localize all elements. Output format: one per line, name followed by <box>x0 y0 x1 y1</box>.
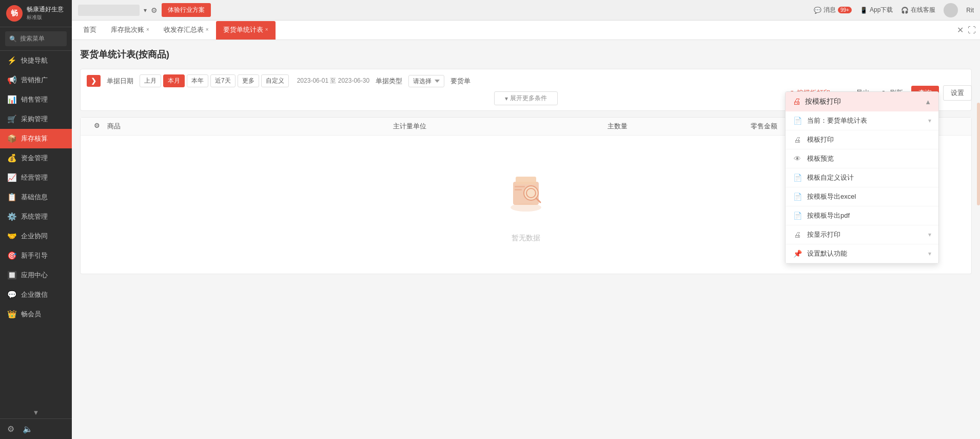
col-header-qty: 主数量 <box>607 122 751 131</box>
template-print-label: 模板打印 <box>807 135 834 144</box>
finance-icon: 💰 <box>7 154 17 163</box>
close-window-btn[interactable]: ✕ <box>957 25 964 35</box>
tab-home[interactable]: 首页 <box>76 21 104 40</box>
chevron-down-icon: ▾ <box>505 95 508 102</box>
topbar-gear-icon[interactable]: ⚙ <box>151 6 158 14</box>
sidebar-item-sales[interactable]: 📊 销售管理 <box>0 90 72 109</box>
sidebar-item-member[interactable]: 👑 畅会员 <box>0 304 72 324</box>
tab-home-label: 首页 <box>83 25 96 34</box>
template-design-icon: 📄 <box>793 174 802 182</box>
sidebar-item-inventory[interactable]: 📦 库存核算 <box>0 129 72 148</box>
headset-icon: 🎧 <box>901 7 909 14</box>
topbar-dropdown-arrow[interactable]: ▾ <box>144 7 147 14</box>
marketing-icon: 📢 <box>7 75 17 85</box>
expand-more-btn[interactable]: ▾ 展开更多条件 <box>494 91 558 105</box>
dropdown-item-set-default[interactable]: 📌 设置默认功能 ▾ <box>786 244 938 263</box>
topbar-search-input[interactable] <box>78 5 140 16</box>
sidebar-item-purchase[interactable]: 🛒 采购管理 <box>0 109 72 129</box>
svg-rect-7 <box>515 189 522 190</box>
messages-btn[interactable]: 💬 消息 99+ <box>814 6 852 14</box>
purchase-label: 采购管理 <box>21 114 48 124</box>
dropdown-item-export-excel[interactable]: 📄 按模板导出excel <box>786 187 938 206</box>
date-quick-btns: 上月 本月 本年 近7天 更多 自定义 <box>140 74 289 87</box>
date-btn-this-month[interactable]: 本月 <box>163 74 185 87</box>
guide-label: 新手引导 <box>21 251 48 260</box>
template-design-label: 模板自定义设计 <box>807 173 854 182</box>
search-icon: 🔍 <box>9 35 17 43</box>
sales-label: 销售管理 <box>21 95 48 104</box>
wechat-icon: 💬 <box>7 290 17 299</box>
dropdown-print-icon: 🖨 <box>793 97 801 106</box>
dropdown-item-export-pdf[interactable]: 📄 按模板导出pdf <box>786 206 938 225</box>
export-pdf-label: 按模板导出pdf <box>807 211 850 220</box>
sidebar-item-operations[interactable]: 📈 经营管理 <box>0 168 72 187</box>
sidebar-item-apps[interactable]: 🔲 应用中心 <box>0 265 72 285</box>
date-btn-this-year[interactable]: 本年 <box>187 74 208 87</box>
dropdown-item-display-print[interactable]: 🖨 按显示打印 ▾ <box>786 225 938 244</box>
set-default-label: 设置默认功能 <box>807 249 847 258</box>
date-btn-last-month[interactable]: 上月 <box>140 74 161 87</box>
export-excel-icon: 📄 <box>793 193 802 201</box>
dropdown-item-template-preview[interactable]: 👁 模板预览 <box>786 149 938 168</box>
tab-order-stats[interactable]: 要货单统计表 × <box>216 21 276 40</box>
date-btn-custom[interactable]: 自定义 <box>261 74 289 87</box>
sidebar-item-guide[interactable]: 🎯 新手引导 <box>0 246 72 265</box>
sidebar-item-system[interactable]: ⚙️ 系统管理 <box>0 207 72 226</box>
sidebar-item-wechat[interactable]: 💬 企业微信 <box>0 285 72 304</box>
date-range-display: 2023-06-01 至 2023-06-30 <box>297 77 369 85</box>
filter-expand-icon-btn[interactable]: ❯ <box>87 75 101 87</box>
maximize-window-btn[interactable]: ⛶ <box>968 25 976 35</box>
purchase-icon: 🛒 <box>7 114 17 124</box>
trial-btn[interactable]: 体验行业方案 <box>162 3 211 17</box>
basic-label: 基础信息 <box>21 193 48 202</box>
online-service-btn[interactable]: 🎧 在线客服 <box>901 6 935 14</box>
export-excel-label: 按模板导出excel <box>807 192 856 201</box>
audio-footer-icon[interactable]: 🔈 <box>23 424 33 434</box>
svg-rect-6 <box>515 186 525 187</box>
system-icon: ⚙️ <box>7 212 17 221</box>
app-download-icon: 📱 <box>860 7 868 14</box>
tab-collection-summary[interactable]: 收发存汇总表 × <box>156 21 216 40</box>
tab-order-stats-close[interactable]: × <box>265 27 268 32</box>
dropdown-collapse-arrow[interactable]: ▲ <box>925 98 931 106</box>
app-download-btn[interactable]: 📱 App下载 <box>860 6 893 14</box>
tab-batch-accounts[interactable]: 库存批次账 × <box>104 21 156 40</box>
app-download-label: App下载 <box>870 6 893 14</box>
dropdown-title: 🖨 按模板打印 <box>793 97 841 106</box>
marketing-label: 营销推广 <box>21 75 48 85</box>
settings-footer-icon[interactable]: ⚙ <box>7 424 14 434</box>
col-header-settings[interactable]: ⚙ <box>87 122 107 131</box>
dropdown-current-left: 📄 当前：要货单统计表 <box>793 116 867 125</box>
dropdown-title-text: 按模板打印 <box>805 97 841 106</box>
settings-btn[interactable]: 设置 <box>943 85 972 101</box>
template-print-icon: 🖨 <box>793 136 802 144</box>
app-name-block: 畅康通好生意 标准版 <box>27 6 64 21</box>
dropdown-item-template-print[interactable]: 🖨 模板打印 <box>786 130 938 149</box>
sidebar-item-quick-nav[interactable]: ⚡ 快捷导航 <box>0 51 72 70</box>
date-btn-7days[interactable]: 近7天 <box>210 74 236 87</box>
search-menu-button[interactable]: 🔍 搜索菜单 <box>5 31 67 46</box>
sidebar-item-basic[interactable]: 📋 基础信息 <box>0 187 72 207</box>
page-title: 要货单统计表(按商品) <box>80 48 972 61</box>
sidebar-search-area[interactable]: 🔍 搜索菜单 <box>0 27 72 51</box>
apps-label: 应用中心 <box>21 271 48 280</box>
dropdown-item-template-design[interactable]: 📄 模板自定义设计 <box>786 168 938 187</box>
search-menu-label: 搜索菜单 <box>20 34 45 43</box>
dropdown-current-item[interactable]: 📄 当前：要货单统计表 ▾ <box>786 111 938 130</box>
order-type-select[interactable]: 请选择 <box>408 75 444 87</box>
messages-badge: 99+ <box>838 7 852 13</box>
user-avatar[interactable] <box>944 3 958 17</box>
display-print-label: 按显示打印 <box>807 230 840 239</box>
empty-text: 暂无数据 <box>512 234 540 243</box>
right-scrollbar[interactable] <box>977 103 980 205</box>
date-btn-more[interactable]: 更多 <box>238 74 259 87</box>
tab-collection-summary-close[interactable]: × <box>206 27 209 32</box>
tab-batch-accounts-close[interactable]: × <box>146 27 149 32</box>
set-default-left: 📌 设置默认功能 <box>793 249 847 258</box>
sidebar-scroll-down[interactable]: ▼ <box>0 407 72 418</box>
operations-label: 经营管理 <box>21 173 48 182</box>
order-type-label: 单据类型 <box>376 77 402 86</box>
sidebar-item-finance[interactable]: 💰 资金管理 <box>0 148 72 168</box>
sidebar-item-marketing[interactable]: 📢 营销推广 <box>0 70 72 90</box>
sidebar-item-collab[interactable]: 🤝 企业协同 <box>0 226 72 246</box>
